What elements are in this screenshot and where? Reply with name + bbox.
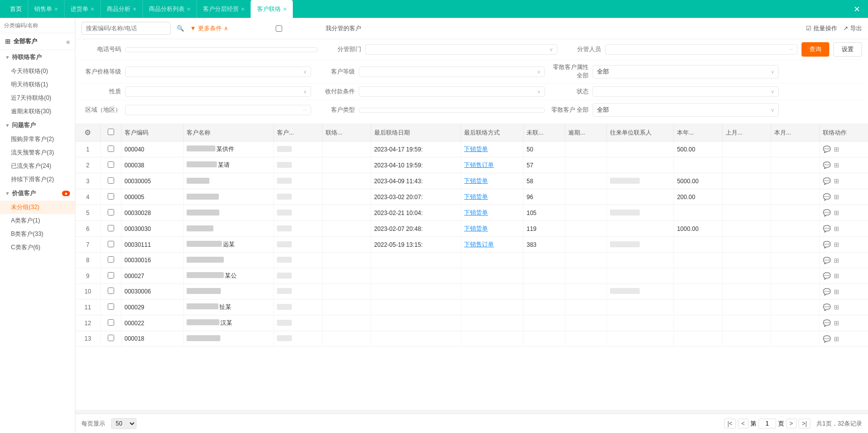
last-page-btn[interactable]: >| [799, 419, 810, 429]
sidebar-item-warning[interactable]: 流失预警客户(3) [0, 146, 75, 159]
phone-input[interactable] [125, 47, 318, 52]
nav-tab-customer-contact[interactable]: 客户联络 ✕ [251, 0, 293, 18]
region-select[interactable]: ··· [125, 105, 311, 115]
nav-tab-goods-analysis[interactable]: 商品分析 ✕ [100, 0, 142, 18]
chat-icon[interactable]: 💬 [823, 209, 831, 216]
more-filter-btn[interactable]: ▼ 更多条件 ∧ [190, 24, 228, 33]
search-input[interactable] [81, 22, 171, 35]
chat-icon[interactable]: 💬 [823, 225, 831, 232]
sidebar-item-today[interactable]: 今天待联络(0) [0, 65, 75, 78]
grid-action-icon[interactable]: ⊞ [834, 319, 839, 327]
next-page-btn[interactable]: > [786, 419, 797, 429]
chat-icon[interactable]: 💬 [823, 319, 831, 327]
grid-action-icon[interactable]: ⊞ [834, 145, 839, 153]
row-checkbox[interactable] [108, 145, 114, 152]
sidebar-item-7days[interactable]: 近7天待联络(0) [0, 91, 75, 105]
nav-home[interactable]: 首页 [4, 0, 28, 18]
nature-select[interactable]: ∨ [125, 86, 311, 97]
sidebar-item-class-b[interactable]: B类客户(33) [0, 227, 75, 241]
my-customers-checkbox[interactable] [234, 25, 324, 32]
lastway-link[interactable]: 下销货单 [464, 225, 488, 232]
first-page-btn[interactable]: |< [724, 419, 736, 429]
row-checkbox[interactable] [108, 177, 114, 184]
sidebar-item-lost[interactable]: 已流失客户(24) [0, 159, 75, 173]
chat-icon[interactable]: 💬 [823, 303, 831, 311]
cust-level-select[interactable]: ∨ [359, 67, 545, 77]
sidebar-item-class-a[interactable]: A类客户(1) [0, 214, 75, 227]
export-btn[interactable]: ↗ 导出 [843, 24, 862, 33]
row-checkbox[interactable] [108, 209, 114, 216]
nav-tab-goods-list[interactable]: 商品分析列表 ✕ [142, 0, 197, 18]
grid-action-icon[interactable]: ⊞ [834, 193, 839, 201]
grid-action-icon[interactable]: ⊞ [834, 288, 839, 295]
chat-icon[interactable]: 💬 [823, 288, 831, 295]
chat-icon[interactable]: 💬 [823, 272, 831, 280]
chat-icon[interactable]: 💬 [823, 161, 831, 169]
sidebar-group-value[interactable]: ▼ 价值客户 ● [0, 186, 75, 201]
sidebar-item-overdue[interactable]: 逾期未联络(30) [0, 105, 75, 118]
chat-icon[interactable]: 💬 [823, 241, 831, 248]
sidebar-collapse-btn[interactable]: « [66, 38, 70, 46]
grid-action-icon[interactable]: ⊞ [834, 241, 839, 248]
status-select[interactable]: ∨ [593, 86, 779, 97]
row-checkbox[interactable] [108, 303, 114, 310]
lastway-link[interactable]: 下销售订单 [464, 161, 494, 168]
sidebar-item-tomorrow[interactable]: 明天待联络(1) [0, 78, 75, 91]
chat-icon[interactable]: 💬 [823, 193, 831, 201]
sidebar-item-ungroup[interactable]: 未分组(32) [0, 201, 75, 214]
gear-icon[interactable]: ⚙ [84, 128, 91, 137]
global-close-button[interactable]: ✕ [850, 4, 864, 14]
grid-action-icon[interactable]: ⊞ [834, 225, 839, 232]
dept-select[interactable]: ∨ [365, 44, 558, 55]
grid-action-icon[interactable]: ⊞ [834, 335, 839, 343]
query-btn[interactable]: 查询 [801, 42, 829, 57]
prev-page-btn[interactable]: < [738, 419, 748, 429]
sidebar-group-problem[interactable]: ▼ 问题客户 [0, 118, 75, 133]
row-checkbox[interactable] [108, 161, 114, 168]
nav-tab-customer-contact-close[interactable]: ✕ [283, 6, 287, 12]
price-level-select[interactable]: ∨ [125, 67, 311, 77]
sidebar-search-input[interactable] [4, 22, 72, 28]
cust-type-input[interactable] [359, 108, 545, 113]
batch-ops-btn[interactable]: ☑ 批量操作 [806, 24, 837, 33]
payment-select[interactable]: ∨ [359, 86, 545, 97]
row-checkbox[interactable] [108, 272, 114, 279]
lastway-link[interactable]: 下销货单 [464, 209, 488, 216]
lastway-link[interactable]: 下销货单 [464, 177, 488, 184]
chat-icon[interactable]: 💬 [823, 335, 831, 343]
retail-attr-select[interactable]: 全部 ∨ [593, 65, 779, 78]
nav-tab-sales-close[interactable]: ✕ [54, 6, 58, 12]
retail-select[interactable]: 全部 ∨ [593, 103, 779, 117]
lastway-link[interactable]: 下销售订单 [464, 241, 494, 248]
nav-tab-purchase[interactable]: 进货单 ✕ [64, 0, 100, 18]
select-all-checkbox[interactable] [108, 129, 114, 135]
row-checkbox[interactable] [108, 225, 114, 231]
row-checkbox[interactable] [108, 335, 114, 341]
nav-tab-goods-list-close[interactable]: ✕ [187, 6, 191, 12]
sidebar-all-customers[interactable]: ⊞ 全部客户 « [0, 33, 75, 50]
chat-icon[interactable]: 💬 [823, 177, 831, 185]
row-checkbox[interactable] [108, 256, 114, 263]
lastway-link[interactable]: 下销货单 [464, 193, 488, 200]
nav-tab-customer-manage-close[interactable]: ✕ [241, 6, 245, 12]
nav-tab-customer-manage[interactable]: 客户分层经营 ✕ [197, 0, 251, 18]
nav-tab-goods-analysis-close[interactable]: ✕ [133, 6, 136, 12]
grid-action-icon[interactable]: ⊞ [834, 161, 839, 169]
manager-select[interactable]: ··· [605, 44, 798, 55]
nav-tab-purchase-close[interactable]: ✕ [90, 6, 94, 12]
filter-search-icon[interactable]: 🔍 [177, 25, 184, 32]
grid-action-icon[interactable]: ⊞ [834, 272, 839, 280]
row-checkbox[interactable] [108, 193, 114, 200]
sidebar-item-abnormal[interactable]: 囤购异常客户(2) [0, 133, 75, 146]
grid-action-icon[interactable]: ⊞ [834, 177, 839, 185]
chat-icon[interactable]: 💬 [823, 145, 831, 153]
grid-action-icon[interactable]: ⊞ [834, 303, 839, 311]
row-checkbox[interactable] [108, 319, 114, 326]
sidebar-group-pending[interactable]: ▼ 待联络客户 [0, 50, 75, 65]
row-checkbox[interactable] [108, 241, 114, 247]
grid-action-icon[interactable]: ⊞ [834, 257, 839, 264]
sidebar-item-declining[interactable]: 持续下滑客户(2) [0, 173, 75, 186]
page-input[interactable] [758, 419, 776, 429]
nav-tab-sales[interactable]: 销售单 ✕ [28, 0, 64, 18]
lastway-link[interactable]: 下销货单 [464, 145, 488, 152]
